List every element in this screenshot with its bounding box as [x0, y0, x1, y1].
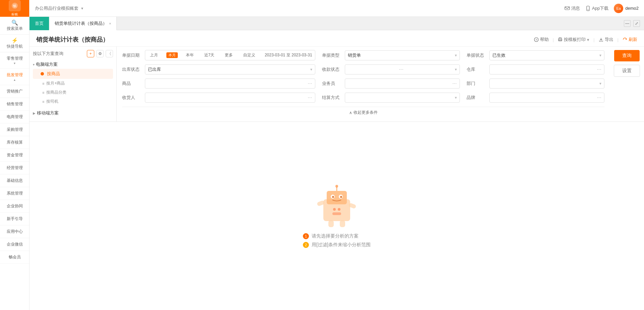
- receiver-dots[interactable]: ···: [308, 95, 312, 101]
- sidebar-item-wholesale[interactable]: 批发管理 ▴: [0, 69, 29, 85]
- help-button[interactable]: ? 帮助: [534, 37, 549, 43]
- sidebar-item-operations[interactable]: 经营管理: [0, 162, 29, 174]
- sidebar-item-ecom[interactable]: 电商管理: [0, 111, 29, 123]
- empty-hints: 1 请先选择要分析的方案 2 用[过滤]条件来缩小分析范围: [303, 233, 371, 248]
- sidebar-item-corp[interactable]: 企业协同: [0, 200, 29, 213]
- sidebar-item-finance[interactable]: 资金管理: [0, 149, 29, 162]
- tab-active[interactable]: 销货单统计计表（按商品） ×: [49, 17, 117, 30]
- sidebar-item-member[interactable]: 畅会员: [0, 251, 29, 264]
- tab-home[interactable]: 首页: [30, 17, 49, 30]
- topbar-left: 办公用品行业模拟账套 ▾: [35, 5, 83, 11]
- date-range-input[interactable]: 上月 本月 本年 近7天 更多 自定义 2023-03-01 至 2023-03…: [145, 50, 315, 60]
- refresh-button[interactable]: 刷新: [623, 37, 637, 43]
- filter-row-1: 单据日期 上月 本月 本年 近7天 更多 自定义 2023-03-01 至 20…: [122, 50, 604, 60]
- scheme-pc-header[interactable]: ▾ 电脑端方案: [33, 60, 113, 69]
- empty-svg: [312, 184, 362, 228]
- svg-rect-24: [332, 212, 341, 215]
- date-tab-custom[interactable]: 自定义: [241, 52, 257, 58]
- recv-status-input[interactable]: ··· ▾: [345, 64, 460, 74]
- warehouse-dots[interactable]: ···: [597, 66, 601, 72]
- sidebar-item-wecom[interactable]: 企业微信: [0, 238, 29, 251]
- print-icon: [558, 37, 562, 42]
- query-button[interactable]: 查询: [614, 50, 640, 61]
- goods-input[interactable]: ···: [145, 79, 315, 89]
- sidebar-item-inventory[interactable]: 库存核算: [0, 136, 29, 149]
- tab-minimize-btn[interactable]: —: [624, 20, 631, 27]
- divider1: |: [553, 37, 554, 42]
- empty-state: 1 请先选择要分析的方案 2 用[过滤]条件来缩小分析范围: [30, 122, 644, 310]
- sidebar-item-basic[interactable]: 基础信息: [0, 174, 29, 187]
- topbar-dropdown-icon[interactable]: ▾: [81, 6, 83, 11]
- app-download-button[interactable]: App下载: [585, 5, 608, 11]
- recv-status-dots[interactable]: ···: [399, 66, 404, 72]
- date-tab-this-year[interactable]: 本年: [184, 52, 196, 58]
- salesman-dots[interactable]: ···: [452, 81, 457, 87]
- user-menu[interactable]: Ea demo2: [614, 4, 639, 13]
- scheme-item-goods[interactable]: 按商品: [33, 69, 113, 79]
- warehouse-label: 仓库: [467, 66, 487, 72]
- tab-maximize-btn[interactable]: ⤢: [633, 20, 640, 27]
- member-label: 畅会员: [1, 254, 28, 260]
- template-print-button[interactable]: 按模板打印 ▾: [558, 37, 589, 43]
- goods-dots[interactable]: ···: [308, 81, 312, 87]
- sidebar-item-retail[interactable]: 零售管理 ▾: [0, 52, 29, 69]
- out-status-input[interactable]: 已出库 ▾: [145, 64, 315, 74]
- topbar: 办公用品行业模拟账套 ▾ 消息 App下载 Ea demo2: [30, 0, 644, 17]
- refresh-label: 刷新: [629, 37, 637, 43]
- empty-illustration: [312, 184, 362, 228]
- logo[interactable]: 畅 标账: [0, 0, 29, 17]
- divider2: |: [593, 37, 594, 42]
- scheme-sub-category[interactable]: ≡ 按商品分类: [33, 88, 113, 97]
- sidebar-item-system[interactable]: 系统管理: [0, 187, 29, 200]
- doc-type-input[interactable]: 销货单 ▾: [345, 50, 460, 60]
- sidebar-shortcut[interactable]: ⚡ 快捷导航: [0, 35, 29, 52]
- payment-input[interactable]: ▾: [345, 93, 460, 103]
- collapse-bar[interactable]: ∧ 收起更多条件: [122, 107, 604, 118]
- date-value: 2023-03-01 至 2023-03-31: [265, 52, 312, 58]
- date-tab-more[interactable]: 更多: [223, 52, 235, 58]
- brand-dots[interactable]: ···: [597, 95, 601, 101]
- sidebar-search[interactable]: 🔍 搜索菜单: [0, 17, 29, 35]
- tab-close-icon[interactable]: ×: [109, 21, 111, 25]
- filter-row-3: 商品 ··· 业务员 ···: [122, 79, 604, 89]
- filter-form: 单据日期 上月 本月 本年 近7天 更多 自定义 2023-03-01 至 20…: [117, 47, 610, 121]
- dept-input[interactable]: ▾: [489, 79, 604, 89]
- scheme-sub-driver[interactable]: ≡ 按司机: [33, 97, 113, 106]
- logo-text: 标账: [11, 12, 18, 17]
- receiver-input[interactable]: ···: [145, 93, 315, 103]
- msg-button[interactable]: 消息: [565, 5, 580, 11]
- svg-point-17: [335, 185, 338, 188]
- svg-text:?: ?: [535, 38, 537, 42]
- template-print-label: 按模板打印: [564, 37, 586, 43]
- dept-label: 部门: [467, 81, 487, 87]
- scheme-settings-btn[interactable]: ⚙: [96, 50, 104, 57]
- settings-button[interactable]: 设置: [614, 65, 640, 77]
- sidebar-item-sales[interactable]: 销售管理: [0, 98, 29, 111]
- export-button[interactable]: 导出: [599, 37, 613, 43]
- divider3: |: [618, 37, 619, 42]
- goods-scheme-label: 按商品: [47, 71, 60, 77]
- sidebar-item-purchase[interactable]: 采购管理: [0, 123, 29, 136]
- date-tab-last-month[interactable]: 上月: [148, 52, 160, 58]
- goods-label: 商品: [122, 81, 142, 87]
- sidebar-item-guide[interactable]: 新手引导: [0, 213, 29, 225]
- sidebar-nav: 零售管理 ▾ 批发管理 ▴ 营销推广 销售管理 电商管理 采购管理 库存核算 资…: [0, 52, 29, 310]
- brand-input[interactable]: ···: [489, 93, 604, 103]
- date-tab-this-month[interactable]: 本月: [166, 52, 178, 58]
- sidebar-item-appstore[interactable]: 应用中心: [0, 225, 29, 238]
- scheme-add-btn[interactable]: +: [87, 50, 94, 57]
- warehouse-input[interactable]: ···: [489, 64, 604, 74]
- doc-status-input[interactable]: 已生效 ▾: [489, 50, 604, 60]
- scheme-sub-month-goods[interactable]: ≡ 按月+商品: [33, 79, 113, 88]
- system-label: 系统管理: [1, 191, 28, 196]
- scheme-header-text: 按以下方案查询: [33, 51, 85, 57]
- scheme-collapse-btn[interactable]: 《: [106, 50, 113, 57]
- category-label: 按商品分类: [46, 90, 66, 95]
- sidebar-item-marketing[interactable]: 营销推广: [0, 85, 29, 98]
- topbar-industry: 办公用品行业模拟账套: [35, 5, 78, 11]
- filter-doc-type: 单据类型 销货单 ▾: [322, 50, 460, 60]
- mobile-group-arrow: ▶: [33, 111, 36, 115]
- scheme-mobile-header[interactable]: ▶ 移动端方案: [33, 109, 113, 117]
- salesman-input[interactable]: ···: [345, 79, 460, 89]
- date-tab-7days[interactable]: 近7天: [202, 52, 217, 58]
